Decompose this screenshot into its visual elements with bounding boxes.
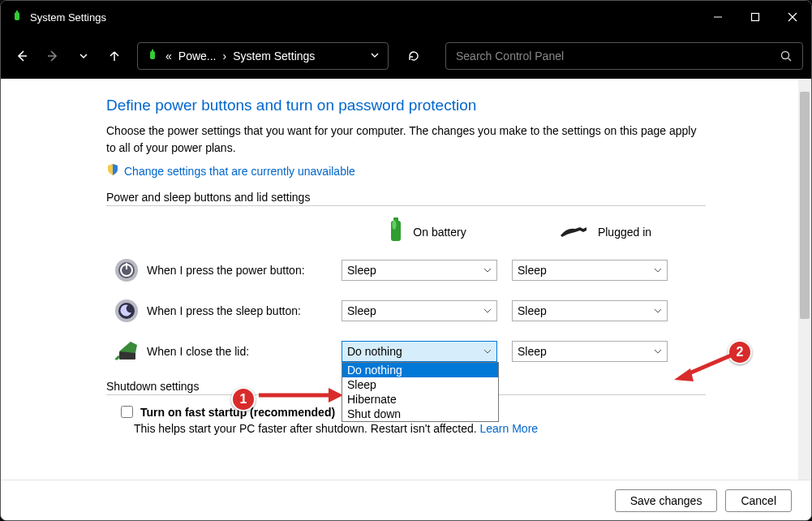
power-icon bbox=[106, 257, 147, 283]
battery-icon bbox=[387, 217, 405, 248]
dropdown-option[interactable]: Hibernate bbox=[342, 392, 498, 407]
lid-row: When I close the lid: Do nothing Do noth… bbox=[106, 331, 706, 372]
content-area: Define power buttons and turn on passwor… bbox=[1, 79, 811, 520]
sleep-plugged-combo[interactable]: Sleep bbox=[512, 300, 668, 321]
refresh-button[interactable] bbox=[393, 43, 434, 69]
power-button-row: When I press the power button: Sleep Sle… bbox=[106, 250, 706, 291]
crumb-current[interactable]: System Settings bbox=[233, 50, 315, 62]
dropdown-option[interactable]: Do nothing bbox=[342, 363, 498, 377]
svg-point-10 bbox=[782, 52, 789, 59]
col-battery-label: On battery bbox=[413, 226, 466, 239]
annotation-marker-2: 2 bbox=[728, 340, 752, 364]
sleep-icon bbox=[106, 298, 147, 324]
sleep-button-label: When I press the sleep button: bbox=[147, 304, 342, 317]
address-bar[interactable]: « Powe... › System Settings bbox=[137, 42, 389, 70]
svg-point-14 bbox=[393, 220, 397, 230]
search-input[interactable]: Search Control Panel bbox=[445, 42, 803, 70]
forward-button[interactable] bbox=[40, 43, 66, 69]
chevron-down-icon bbox=[483, 304, 492, 317]
recent-dropdown[interactable] bbox=[71, 43, 97, 69]
address-dropdown-icon[interactable] bbox=[370, 50, 380, 62]
svg-rect-9 bbox=[152, 50, 153, 52]
power-battery-combo[interactable]: Sleep bbox=[342, 260, 497, 281]
chevron-down-icon bbox=[654, 304, 662, 317]
lid-battery-combo[interactable]: Do nothing Do nothing Sleep Hibernate Sh… bbox=[342, 341, 497, 362]
chevron-down-icon bbox=[654, 264, 662, 277]
sleep-battery-combo[interactable]: Sleep bbox=[342, 300, 497, 321]
power-button-label: When I press the power button: bbox=[147, 264, 342, 277]
change-admin-settings-link[interactable]: Change settings that are currently unava… bbox=[124, 165, 355, 178]
crumb-sep: › bbox=[223, 50, 227, 62]
title-bar: System Settings bbox=[1, 1, 811, 33]
crumb-parent[interactable]: Powe... bbox=[178, 50, 217, 62]
save-changes-button[interactable]: Save changes bbox=[615, 489, 718, 512]
svg-rect-0 bbox=[15, 12, 19, 20]
nav-toolbar: « Powe... › System Settings Search Contr… bbox=[1, 33, 811, 79]
back-button[interactable] bbox=[9, 43, 35, 69]
vertical-scrollbar[interactable] bbox=[798, 79, 811, 480]
sleep-button-row: When I press the sleep button: Sleep Sle… bbox=[106, 291, 706, 331]
minimize-button[interactable] bbox=[699, 1, 737, 33]
lid-plugged-combo[interactable]: Sleep bbox=[512, 341, 668, 362]
page-heading: Define power buttons and turn on passwor… bbox=[106, 97, 706, 114]
up-button[interactable] bbox=[101, 43, 127, 69]
dropdown-option[interactable]: Sleep bbox=[342, 377, 498, 392]
section-power-heading: Power and sleep buttons and lid settings bbox=[106, 191, 706, 206]
col-plugged-label: Plugged in bbox=[598, 226, 651, 239]
fast-startup-hint: This helps start your PC faster after sh… bbox=[134, 422, 480, 435]
annotation-marker-1: 1 bbox=[231, 387, 256, 411]
address-icon bbox=[146, 49, 159, 64]
lid-icon bbox=[106, 340, 147, 363]
lid-battery-dropdown: Do nothing Sleep Hibernate Shut down bbox=[342, 362, 499, 422]
page-description: Choose the power settings that you want … bbox=[106, 123, 706, 157]
search-placeholder: Search Control Panel bbox=[456, 50, 780, 62]
dropdown-option[interactable]: Shut down bbox=[342, 407, 498, 421]
chevron-down-icon bbox=[483, 264, 492, 277]
search-icon bbox=[780, 50, 793, 62]
learn-more-link[interactable]: Learn More bbox=[480, 422, 539, 435]
chevron-down-icon bbox=[654, 345, 662, 358]
shield-icon bbox=[106, 163, 119, 179]
scrollbar-thumb[interactable] bbox=[800, 92, 810, 319]
chevron-down-icon bbox=[483, 345, 492, 358]
svg-rect-8 bbox=[150, 51, 155, 59]
close-button[interactable] bbox=[774, 1, 811, 33]
footer-bar: Save changes Cancel bbox=[1, 480, 811, 520]
plug-icon bbox=[559, 222, 590, 242]
fast-startup-checkbox[interactable] bbox=[121, 406, 133, 418]
svg-rect-1 bbox=[16, 11, 18, 13]
power-plugged-combo[interactable]: Sleep bbox=[512, 260, 668, 281]
svg-rect-3 bbox=[752, 14, 759, 21]
window-title: System Settings bbox=[30, 11, 106, 24]
maximize-button[interactable] bbox=[737, 1, 774, 33]
cancel-button[interactable]: Cancel bbox=[725, 489, 792, 512]
lid-label: When I close the lid: bbox=[147, 345, 342, 358]
svg-line-11 bbox=[788, 58, 792, 62]
app-icon bbox=[11, 10, 24, 25]
crumb-prefix: « bbox=[165, 50, 172, 62]
